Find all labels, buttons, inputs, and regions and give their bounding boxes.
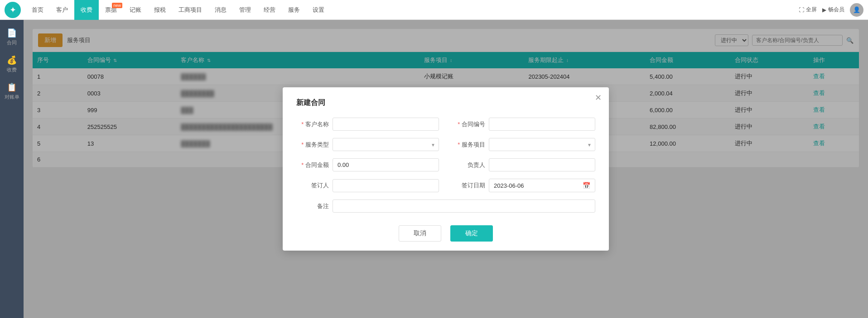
fullscreen-label: 全屏: [806, 6, 817, 14]
customer-name-row: 客户名称: [296, 118, 439, 131]
cancel-button[interactable]: 取消: [399, 225, 441, 242]
contract-no-input[interactable]: [489, 118, 595, 131]
contract-no-label: 合同编号: [453, 120, 485, 128]
nav-manage[interactable]: 管理: [233, 0, 257, 20]
statement-icon: 📋: [7, 82, 17, 92]
sidebar-label-billing: 收费: [7, 66, 17, 73]
play-icon: ▶: [822, 7, 826, 13]
person-in-charge-input[interactable]: [489, 158, 595, 171]
amount-input[interactable]: [333, 158, 439, 171]
nav-right: ⛶ 全屏 ▶ 畅会员 👤: [799, 3, 863, 17]
fullscreen-button[interactable]: ⛶ 全屏: [799, 6, 817, 14]
signer-label: 签订人: [296, 181, 329, 190]
avatar-icon: 👤: [853, 6, 860, 13]
nav-tax[interactable]: 报税: [148, 0, 172, 20]
logo-icon: ✦: [10, 5, 16, 15]
nav-items: 首页 客户 收费 票据 new 记账 报税 工商项目 消息 管理 经营 服务 设…: [25, 0, 799, 20]
notes-input[interactable]: [333, 199, 595, 213]
logo: ✦: [5, 2, 21, 18]
nav-message[interactable]: 消息: [208, 0, 233, 20]
signer-input[interactable]: [333, 179, 439, 192]
nav-operation[interactable]: 经营: [257, 0, 282, 20]
new-contract-modal: 新建合同 ✕ 客户名称 合同编号 服务类型: [283, 87, 609, 251]
modal-title: 新建合同: [296, 98, 595, 108]
customer-name-input[interactable]: [333, 118, 439, 131]
service-type-wrapper: [333, 138, 439, 151]
nav-bookkeeping[interactable]: 记账: [123, 0, 148, 20]
confirm-button[interactable]: 确定: [450, 225, 493, 242]
sidebar-label-contract: 合同: [7, 39, 17, 46]
nav-billing[interactable]: 收费: [74, 0, 99, 20]
person-in-charge-row: 负责人: [453, 158, 595, 171]
nav-business[interactable]: 工商项目: [172, 0, 208, 20]
nav-service[interactable]: 服务: [282, 0, 306, 20]
service-item-select[interactable]: [489, 138, 595, 151]
modal-footer: 取消 确定: [296, 225, 595, 242]
sidebar-item-contract[interactable]: 📄 合同: [0, 24, 24, 50]
member-label: 畅会员: [828, 6, 844, 14]
amount-label: 合同金额: [296, 161, 329, 169]
nav-invoice[interactable]: 票据 new: [99, 0, 123, 20]
sidebar: 📄 合同 💰 收费 📋 对账单: [0, 20, 24, 318]
person-in-charge-label: 负责人: [453, 161, 485, 169]
contract-icon: 📄: [7, 28, 17, 38]
notes-row: 备注: [296, 199, 595, 213]
nav-settings[interactable]: 设置: [306, 0, 331, 20]
sign-date-value: 2023-06-06: [494, 182, 524, 189]
content-area: 新增 服务项目 进行中 全部 已结束 🔍 序号 合同编号: [24, 20, 868, 318]
modal-close-button[interactable]: ✕: [595, 93, 602, 103]
modal-form: 客户名称 合同编号 服务类型: [296, 118, 595, 213]
sidebar-item-statement[interactable]: 📋 对账单: [0, 79, 24, 104]
calendar-icon[interactable]: 📅: [583, 182, 590, 189]
service-item-row: 服务项目: [453, 138, 595, 151]
contract-no-row: 合同编号: [453, 118, 595, 131]
customer-name-label: 客户名称: [296, 120, 329, 128]
nav-home[interactable]: 首页: [25, 0, 50, 20]
avatar[interactable]: 👤: [850, 3, 863, 17]
service-type-select[interactable]: [333, 138, 439, 151]
amount-row: 合同金额: [296, 158, 439, 171]
top-navigation: ✦ 首页 客户 收费 票据 new 记账 报税 工商项目 消息 管理 经营 服务…: [0, 0, 868, 20]
modal-overlay: 新建合同 ✕ 客户名称 合同编号 服务类型: [24, 20, 868, 318]
service-type-row: 服务类型: [296, 138, 439, 151]
new-badge: new: [112, 3, 122, 8]
sidebar-item-billing[interactable]: 💰 收费: [0, 52, 24, 77]
billing-icon: 💰: [7, 55, 17, 65]
nav-customer[interactable]: 客户: [50, 0, 74, 20]
sign-date-row: 签订日期 2023-06-06 📅: [453, 179, 595, 192]
notes-label: 备注: [296, 202, 329, 210]
sidebar-label-statement: 对账单: [5, 94, 19, 100]
sign-date-label: 签订日期: [453, 181, 485, 190]
service-item-wrapper: [489, 138, 595, 151]
signer-row: 签订人: [296, 179, 439, 192]
main-layout: 📄 合同 💰 收费 📋 对账单 新增 服务项目 进行中 全部 已结束: [0, 20, 868, 318]
service-item-label: 服务项目: [453, 141, 485, 149]
fullscreen-icon: ⛶: [799, 7, 804, 13]
service-type-label: 服务类型: [296, 141, 329, 149]
member-button[interactable]: ▶ 畅会员: [822, 6, 844, 14]
sign-date-field[interactable]: 2023-06-06 📅: [489, 179, 595, 192]
